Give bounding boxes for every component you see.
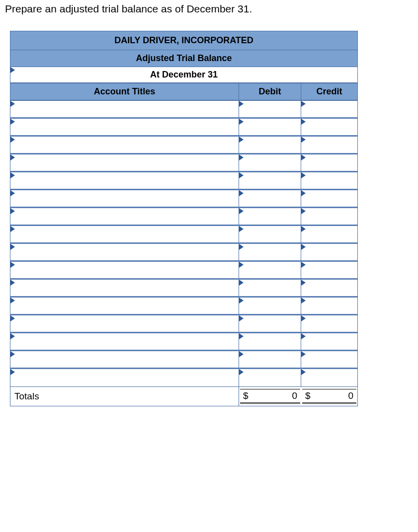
table-row	[10, 351, 357, 369]
credit-cell[interactable]	[301, 351, 357, 368]
credit-cell[interactable]	[301, 298, 357, 314]
credit-cell[interactable]	[301, 369, 357, 386]
title-cell[interactable]	[10, 101, 239, 117]
title-cell[interactable]	[10, 315, 239, 332]
credit-cell[interactable]	[301, 137, 357, 153]
dropdown-icon	[239, 351, 244, 357]
credit-cell[interactable]	[301, 262, 357, 278]
debit-cell[interactable]	[239, 226, 301, 242]
title-cell[interactable]	[10, 226, 239, 242]
debit-cell[interactable]	[239, 119, 301, 135]
instruction-text: Prepare an adjusted trial balance as of …	[5, 3, 413, 15]
totals-row: Totals $ 0 $ 0	[10, 387, 357, 406]
dropdown-icon	[301, 208, 306, 214]
dropdown-icon	[301, 244, 306, 250]
date-header-label: At December 31	[150, 70, 218, 79]
credit-cell[interactable]	[301, 190, 357, 207]
dropdown-icon	[301, 280, 306, 286]
debit-cell[interactable]	[239, 172, 301, 189]
dropdown-icon	[10, 190, 15, 196]
debit-cell[interactable]	[239, 315, 301, 332]
table-row	[10, 172, 357, 190]
title-cell[interactable]	[10, 172, 239, 189]
title-cell[interactable]	[10, 208, 239, 225]
dropdown-icon	[239, 208, 244, 214]
dropdown-icon	[10, 280, 15, 286]
table-row	[10, 101, 357, 119]
dropdown-icon	[239, 369, 244, 375]
dropdown-icon	[301, 369, 306, 375]
table-row	[10, 369, 357, 387]
column-headers: Account Titles Debit Credit	[10, 83, 357, 101]
date-header[interactable]: At December 31	[10, 67, 357, 83]
currency-symbol: $	[243, 390, 249, 401]
dropdown-icon	[10, 298, 15, 304]
credit-cell[interactable]	[301, 208, 357, 225]
dropdown-icon	[301, 119, 306, 125]
dropdown-icon	[10, 137, 15, 143]
dropdown-icon	[301, 190, 306, 196]
dropdown-icon	[10, 154, 15, 160]
credit-cell[interactable]	[301, 333, 357, 350]
report-header: Adjusted Trial Balance	[10, 50, 357, 67]
dropdown-icon	[239, 244, 244, 250]
debit-cell[interactable]	[239, 351, 301, 368]
debit-cell[interactable]	[239, 208, 301, 225]
dropdown-icon	[301, 333, 306, 339]
col-header-account-titles: Account Titles	[10, 83, 239, 100]
company-header: DAILY DRIVER, INCORPORATED	[10, 31, 357, 50]
table-row	[10, 119, 357, 137]
debit-cell[interactable]	[239, 298, 301, 314]
credit-cell[interactable]	[301, 154, 357, 171]
table-row	[10, 298, 357, 315]
title-cell[interactable]	[10, 351, 239, 368]
debit-cell[interactable]	[239, 190, 301, 207]
dropdown-icon	[301, 262, 306, 268]
dropdown-icon	[239, 119, 244, 125]
dropdown-icon	[239, 333, 244, 339]
table-row	[10, 244, 357, 262]
table-row	[10, 280, 357, 298]
title-cell[interactable]	[10, 369, 239, 386]
dropdown-icon	[10, 172, 15, 178]
title-cell[interactable]	[10, 119, 239, 135]
credit-cell[interactable]	[301, 172, 357, 189]
dropdown-icon	[301, 315, 306, 321]
totals-debit: $ 0	[240, 389, 300, 404]
debit-cell[interactable]	[239, 333, 301, 350]
dropdown-icon	[301, 351, 306, 357]
debit-cell[interactable]	[239, 154, 301, 171]
totals-debit-value: 0	[249, 390, 297, 401]
dropdown-icon	[10, 333, 15, 339]
col-header-debit: Debit	[239, 83, 301, 100]
title-cell[interactable]	[10, 298, 239, 314]
table-row	[10, 208, 357, 226]
credit-cell[interactable]	[301, 101, 357, 117]
credit-cell[interactable]	[301, 119, 357, 135]
debit-cell[interactable]	[239, 369, 301, 386]
debit-cell[interactable]	[239, 101, 301, 117]
title-cell[interactable]	[10, 280, 239, 296]
trial-balance-sheet: DAILY DRIVER, INCORPORATED Adjusted Tria…	[10, 31, 358, 406]
debit-cell[interactable]	[239, 244, 301, 260]
title-cell[interactable]	[10, 154, 239, 171]
dropdown-icon	[239, 280, 244, 286]
title-cell[interactable]	[10, 244, 239, 260]
credit-cell[interactable]	[301, 280, 357, 296]
title-cell[interactable]	[10, 190, 239, 207]
dropdown-icon	[10, 315, 15, 321]
credit-cell[interactable]	[301, 244, 357, 260]
dropdown-icon	[10, 262, 15, 268]
title-cell[interactable]	[10, 333, 239, 350]
debit-cell[interactable]	[239, 137, 301, 153]
dropdown-icon	[301, 154, 306, 160]
credit-cell[interactable]	[301, 226, 357, 242]
title-cell[interactable]	[10, 262, 239, 278]
credit-cell[interactable]	[301, 315, 357, 332]
dropdown-icon	[301, 298, 306, 304]
debit-cell[interactable]	[239, 262, 301, 278]
title-cell[interactable]	[10, 137, 239, 153]
table-row	[10, 262, 357, 280]
debit-cell[interactable]	[239, 280, 301, 296]
totals-credit: $ 0	[302, 389, 356, 404]
